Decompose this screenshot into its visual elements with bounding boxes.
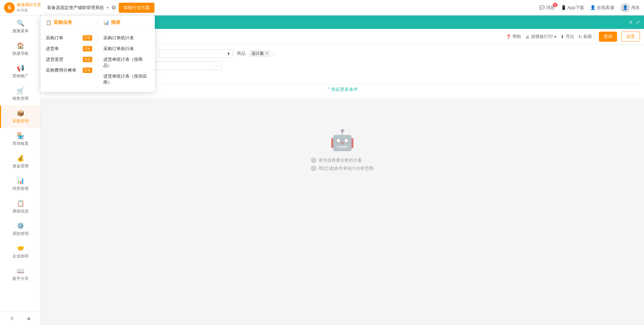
sidebar-item-inventory[interactable]: 🏪 库存核算: [0, 128, 40, 151]
sidebar-settings-icon[interactable]: ⚙: [10, 316, 14, 321]
search-icon: 🔍: [17, 19, 24, 27]
sidebar-collapse-icon[interactable]: ◀: [27, 316, 30, 321]
tab-expand-icon[interactable]: ⤢: [636, 19, 640, 26]
goods-return-label: 进货退货: [46, 56, 63, 63]
cooperation-icon: 🤝: [17, 245, 24, 252]
report-col: 📊 报表 采购订单统计表 采购订单执行表 进货单统计表（按商品） 进货单统计表（…: [98, 19, 155, 88]
sales-icon: 🛒: [17, 87, 24, 94]
purchase-order-history[interactable]: 历史: [83, 35, 92, 41]
purchase-col: 📋 采购业务 采购订单 历史 进货单 历史 进货退货 历史 采购费用分摊单 历史: [40, 19, 98, 88]
refresh-label: 刷新: [583, 34, 592, 40]
operation-icon: 📊: [17, 177, 24, 185]
tip-text-2: 用[过滤]条件来缩小分析范围: [318, 165, 373, 171]
export-btn[interactable]: ⬆ 导出: [561, 34, 574, 40]
doc-status-dropdown-icon: ▾: [227, 51, 230, 56]
product-tag-close[interactable]: ✕: [265, 51, 269, 56]
dropdown-item-receipt-stat-supplier[interactable]: 进货单统计表（按供应商）: [103, 71, 150, 88]
dropdown-item-goods-return[interactable]: 进货退货 历史: [46, 54, 92, 65]
dropdown-item-purchase-order[interactable]: 采购订单 历史: [46, 33, 92, 43]
empty-tip-2: 2 用[过滤]条件来缩小分析范围: [311, 165, 373, 171]
print-label: 按模板打印: [531, 34, 553, 40]
product-filter: 设计素 ✕ ···: [250, 50, 276, 57]
help-btn[interactable]: ❓ 帮助: [506, 34, 521, 40]
basic-info-icon: 📋: [17, 200, 24, 207]
purchase-order-exec-label: 采购订单执行表: [103, 46, 134, 52]
empty-tip-1: 1 请先选择要分析的方案: [311, 157, 373, 163]
salesperson-select[interactable]: ···: [154, 62, 222, 70]
sidebar: 🔍 搜索菜单 🏠 快捷导航 📢 营销推广 🛒 销售管理 📦 采购管理 🏪 库存核…: [0, 15, 40, 325]
sidebar-item-cooperation[interactable]: 🤝 企业协同: [0, 241, 40, 263]
goods-return-history[interactable]: 历史: [83, 57, 92, 62]
topbar-right: 💬 消息 9 📱 App下载 👤 在线客服 👤 用友: [539, 3, 640, 12]
dropdown-item-receipt-stat-product[interactable]: 进货单统计表（按商品）: [103, 54, 150, 71]
guide-icon: 📖: [17, 267, 24, 275]
product-label: 商品: [237, 50, 246, 56]
empty-state: 🤖 1 请先选择要分析的方案 2 用[过滤]条件来缩小分析范围: [40, 101, 644, 200]
home-icon: 🏠: [17, 42, 24, 49]
sidebar-bottom: ⚙ ◀: [0, 312, 40, 325]
service-icon: 👤: [590, 5, 596, 10]
sidebar-item-quick-nav[interactable]: 🏠 快捷导航: [0, 38, 40, 60]
sidebar-item-purchase[interactable]: 📦 采购管理: [0, 106, 40, 128]
help-label: 帮助: [512, 34, 521, 40]
phone-icon: 📱: [561, 5, 566, 10]
query-btn[interactable]: 查询: [599, 32, 617, 42]
sidebar-item-label: 企业协同: [12, 253, 29, 259]
purchase-col-title: 📋 采购业务: [46, 19, 92, 29]
receipt-stat-supplier-label: 进货单统计表（按供应商）: [103, 73, 150, 85]
sidebar-item-operation[interactable]: 📊 经营管理: [0, 173, 40, 196]
receipt-stat-product-label: 进货单统计表（按商品）: [103, 56, 150, 69]
sidebar-item-label: 基础信息: [12, 208, 29, 214]
sidebar-item-guide[interactable]: 📖 新手引导: [0, 263, 40, 286]
logo-icon: 6: [4, 2, 15, 13]
tab-close-all-icon[interactable]: ✕: [629, 19, 633, 26]
sidebar-item-label: 营销推广: [12, 73, 29, 79]
logo-area: 6 畅捷通好生意 标准版: [4, 2, 44, 13]
report-col-title: 📊 报表: [103, 19, 150, 29]
purchase-expense-history[interactable]: 历史: [83, 68, 92, 73]
product-more-dots[interactable]: ···: [272, 51, 276, 56]
dropdown-item-purchase-expense[interactable]: 采购费用分摊单 历史: [46, 65, 92, 76]
dropdown-item-goods-receipt[interactable]: 进货单 历史: [46, 43, 92, 54]
sidebar-item-label: 搜索菜单: [12, 28, 29, 34]
sidebar-item-label: 销售管理: [12, 96, 29, 101]
product-tag[interactable]: 设计素 ✕: [250, 50, 271, 57]
export-label: 导出: [566, 34, 574, 40]
settings-btn[interactable]: 设置: [621, 32, 640, 42]
industry-btn[interactable]: 体验行业方案: [119, 3, 154, 13]
sidebar-item-marketing[interactable]: 📢 营销推广: [0, 60, 40, 83]
online-service-btn[interactable]: 👤 在线客服: [590, 5, 614, 11]
app-download-btn[interactable]: 📱 App下载: [561, 5, 584, 11]
user-menu[interactable]: 👤 用友: [620, 3, 640, 12]
sidebar-item-system[interactable]: ⚙️ 系统管理: [0, 218, 40, 241]
sidebar-item-label: 系统管理: [12, 231, 29, 237]
purchase-col-icon: 📋: [46, 20, 51, 25]
app-download-label: App下载: [568, 5, 584, 11]
logo-text: 畅捷通好生意: [17, 2, 41, 8]
goods-receipt-label: 进货单: [46, 46, 59, 52]
sidebar-item-finance[interactable]: 💰 资金管理: [0, 151, 40, 173]
sidebar-item-search[interactable]: 🔍 搜索菜单: [0, 15, 40, 38]
salesperson-dots[interactable]: ···: [215, 63, 219, 68]
goods-receipt-history[interactable]: 历史: [83, 46, 92, 51]
purchase-col-title-text: 采购业务: [53, 19, 72, 26]
system-icon: ⚙️: [17, 222, 24, 230]
system-gear-icon[interactable]: ⚙: [111, 4, 116, 11]
dropdown-item-purchase-order-exec[interactable]: 采购订单执行表: [103, 43, 150, 54]
sidebar-item-sales[interactable]: 🛒 销售管理: [0, 83, 40, 106]
messages-btn[interactable]: 💬 消息 9: [539, 5, 555, 11]
collapse-text: 收起更多条件: [331, 87, 358, 92]
dropdown-item-purchase-order-stat[interactable]: 采购订单统计表: [103, 33, 150, 43]
collapse-icon: ⌃: [327, 87, 330, 92]
doc-status-select[interactable]: ▾: [159, 49, 233, 58]
refresh-btn[interactable]: ↻ 刷新: [578, 34, 592, 40]
purchase-dropdown: 📋 采购业务 采购订单 历史 进货单 历史 进货退货 历史 采购费用分摊单 历史…: [40, 15, 155, 92]
user-label: 用友: [631, 5, 640, 11]
sidebar-item-basic-info[interactable]: 📋 基础信息: [0, 196, 40, 218]
message-icon: 💬: [539, 5, 545, 10]
system-dropdown-icon[interactable]: ▾: [107, 5, 109, 10]
purchase-order-stat-label: 采购订单统计表: [103, 35, 134, 41]
print-btn[interactable]: 🖨 按模板打印 ▾: [525, 34, 557, 40]
inventory-icon: 🏪: [17, 132, 24, 139]
print-dropdown-icon[interactable]: ▾: [554, 34, 557, 39]
